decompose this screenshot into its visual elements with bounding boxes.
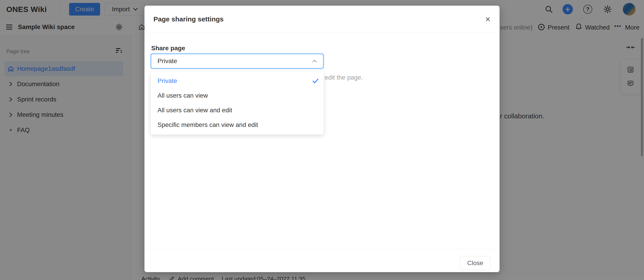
option-private[interactable]: Private [151,73,324,88]
share-helper-text: edit the page. [325,74,363,81]
option-label: Specific members can view and edit [158,121,258,128]
close-icon[interactable]: × [481,13,494,26]
modal-title: Page sharing settings [154,6,224,33]
share-select[interactable]: Private [151,54,324,69]
page-sharing-modal: Page sharing settings × Share page Priva… [144,6,500,272]
share-select-value: Private [158,58,177,65]
share-page-label: Share page [151,45,185,52]
modal-footer-divider [144,249,500,249]
close-button-label: Close [467,259,483,267]
option-all-users-view-edit[interactable]: All users can view and edit [151,103,324,117]
check-icon [312,78,318,84]
option-all-users-view[interactable]: All users can view [151,88,324,103]
option-label: All users can view and edit [158,107,232,114]
close-button[interactable]: Close [460,256,490,270]
chevron-up-icon [312,59,317,63]
share-options-dropdown: Private All users can view All users can… [151,72,324,134]
page: ONES Wiki Create Import + ? Sa [0,0,644,280]
option-label: All users can view [158,92,208,99]
modal-header: Page sharing settings × [144,6,500,33]
option-specific-members[interactable]: Specific members can view and edit [151,117,324,132]
option-label: Private [158,77,177,85]
